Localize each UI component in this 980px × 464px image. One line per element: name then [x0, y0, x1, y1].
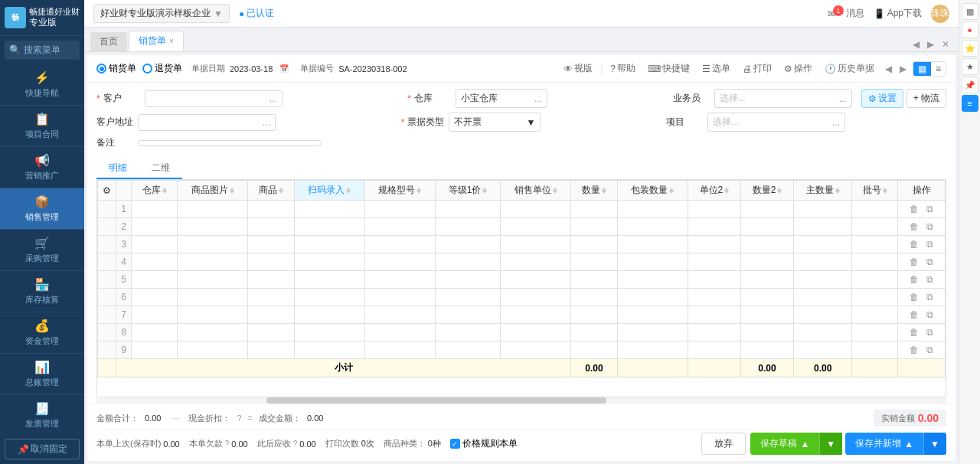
customer-input[interactable]: ... [145, 90, 283, 107]
shortcut-button[interactable]: ⌨ 快捷键 [643, 60, 694, 77]
row-sales-unit[interactable] [501, 236, 571, 253]
row-delete-button[interactable]: 🗑 [907, 256, 921, 268]
row-warehouse[interactable] [132, 236, 178, 253]
row-qty2[interactable] [740, 271, 793, 289]
row-batch-entry[interactable] [294, 271, 364, 289]
pkg-qty-col-header[interactable]: 包装数量 [617, 181, 688, 201]
message-button[interactable]: ✉ 1 消息 [828, 7, 864, 20]
row-spec[interactable] [364, 341, 435, 359]
row-settings-icon[interactable] [98, 201, 116, 218]
row-copy-button[interactable]: ⧉ [924, 326, 936, 338]
detail-table-wrapper[interactable]: ⚙ 仓库 商品图片 商品 扫码录入 [96, 179, 946, 397]
sidebar-item-quick-nav[interactable]: ⚡ 快捷导航 [0, 64, 84, 106]
tab-close-icon[interactable]: × [169, 37, 174, 45]
sidebar-item-project-contract[interactable]: 📋 项目合同 [0, 106, 84, 147]
row-spec[interactable] [364, 324, 435, 341]
row-quantity[interactable] [571, 218, 617, 236]
row-batch-entry[interactable] [294, 306, 364, 324]
row-main-qty[interactable] [794, 306, 852, 324]
row-qty2[interactable] [740, 306, 793, 324]
form-prev-button[interactable]: ◀ [882, 62, 895, 76]
horizontal-scrollbar[interactable] [96, 397, 946, 404]
row-product-image[interactable] [178, 253, 248, 271]
row-batch-entry[interactable] [294, 341, 364, 359]
app-download-button[interactable]: 📱 App下载 [874, 7, 922, 20]
row-batch[interactable] [852, 289, 898, 306]
row-product-image[interactable] [178, 289, 248, 306]
row-main-qty[interactable] [794, 253, 852, 271]
row-pkg-qty[interactable] [617, 306, 688, 324]
form-next-button[interactable]: ▶ [897, 62, 910, 76]
row-quantity[interactable] [571, 201, 617, 218]
row-quantity[interactable] [571, 253, 617, 271]
sidebar-item-invoice[interactable]: 🧾 发票管理 [0, 395, 84, 434]
company-selector[interactable]: 好业财专业版演示样板企业 ▼ [93, 4, 230, 23]
row-delete-button[interactable]: 🗑 [907, 203, 921, 215]
row-pkg-qty[interactable] [617, 253, 688, 271]
row-price-level[interactable] [436, 271, 501, 289]
spec-col-header[interactable]: 规格型号 [364, 181, 435, 201]
row-settings-icon[interactable] [98, 253, 116, 271]
row-warehouse[interactable] [132, 306, 178, 324]
row-main-qty[interactable] [794, 271, 852, 289]
row-copy-button[interactable]: ⧉ [924, 273, 936, 286]
row-product[interactable] [248, 236, 294, 253]
address-input[interactable]: ... [138, 114, 276, 131]
project-dots-icon[interactable]: ... [832, 117, 840, 128]
row-product[interactable] [248, 271, 294, 289]
radio-xiaohuo[interactable]: 销货单 [96, 62, 136, 75]
row-copy-button[interactable]: ⧉ [924, 291, 936, 303]
row-spec[interactable] [364, 253, 435, 271]
row-quantity[interactable] [571, 324, 617, 341]
project-input[interactable]: 选择... ... [707, 113, 845, 132]
row-qty2[interactable] [740, 253, 793, 271]
cancel-fixed-button[interactable]: 📌 取消固定 [5, 439, 80, 459]
row-price-level[interactable] [436, 253, 501, 271]
row-price-level[interactable] [436, 236, 501, 253]
row-main-qty[interactable] [794, 218, 852, 236]
tab-sales-order[interactable]: 销货单 × [129, 31, 184, 51]
row-unit2[interactable] [688, 341, 740, 359]
row-qty2[interactable] [740, 201, 793, 218]
row-copy-button[interactable]: ⧉ [924, 238, 936, 250]
row-spec[interactable] [364, 236, 435, 253]
row-main-qty[interactable] [794, 289, 852, 306]
search-menu-button[interactable]: 🔍 搜索菜单 [5, 41, 80, 60]
tab-erwei[interactable]: 二维 [139, 158, 182, 179]
row-qty2[interactable] [740, 218, 793, 236]
row-sales-unit[interactable] [501, 324, 571, 341]
quantity-col-header[interactable]: 数量 [571, 181, 617, 201]
settings-col-header[interactable]: ⚙ [98, 181, 116, 201]
row-price-level[interactable] [436, 324, 501, 341]
row-quantity[interactable] [571, 341, 617, 359]
sidebar-item-inventory[interactable]: 🏪 库存核算 [0, 271, 84, 312]
sidebar-item-general-ledger[interactable]: 📊 总账管理 [0, 354, 84, 395]
salesperson-input[interactable]: 选择... ... [714, 89, 852, 108]
warehouse-input[interactable]: 小宝仓库 ... [456, 89, 547, 108]
row-pkg-qty[interactable] [617, 201, 688, 218]
row-unit2[interactable] [688, 201, 740, 218]
row-product-image[interactable] [178, 236, 248, 253]
row-quantity[interactable] [571, 236, 617, 253]
row-quantity[interactable] [571, 306, 617, 324]
batch-entry-col-header[interactable]: 扫码录入 [294, 181, 364, 201]
row-batch-entry[interactable] [294, 218, 364, 236]
row-product-image[interactable] [178, 271, 248, 289]
product-col-header[interactable]: 商品 [248, 181, 294, 201]
row-warehouse[interactable] [132, 201, 178, 218]
row-unit2[interactable] [688, 236, 740, 253]
row-product-image[interactable] [178, 324, 248, 341]
abandon-button[interactable]: 放弃 [701, 433, 746, 455]
print-button[interactable]: 🖨 打印 [738, 60, 776, 77]
row-batch[interactable] [852, 341, 898, 359]
row-batch[interactable] [852, 201, 898, 218]
row-sales-unit[interactable] [501, 253, 571, 271]
row-batch[interactable] [852, 218, 898, 236]
select-order-button[interactable]: ☰ 选单 [697, 60, 735, 77]
row-settings-icon[interactable] [98, 324, 116, 341]
row-sales-unit[interactable] [501, 341, 571, 359]
row-unit2[interactable] [688, 271, 740, 289]
save-draft-dropdown-button[interactable]: ▼ [819, 433, 842, 455]
row-pkg-qty[interactable] [617, 218, 688, 236]
date-picker-button[interactable]: 📅 [277, 64, 291, 74]
